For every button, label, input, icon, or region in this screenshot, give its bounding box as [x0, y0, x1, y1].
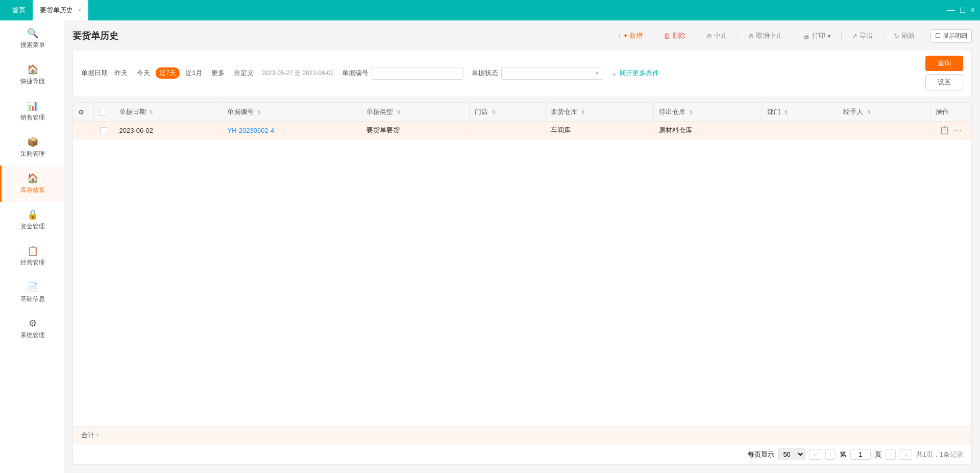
- date-btn-custom[interactable]: 自定义: [230, 67, 257, 79]
- status-select[interactable]: [502, 67, 603, 79]
- toolbar-sep-6: [883, 31, 884, 40]
- column-orderno-header[interactable]: 单据编号 ⇅: [222, 103, 361, 122]
- per-page-label: 每页显示: [748, 450, 774, 459]
- tab-close-icon[interactable]: ×: [78, 7, 81, 13]
- expand-icon: ⌄: [611, 69, 617, 77]
- maximize-button[interactable]: □: [960, 6, 965, 15]
- gear-icon: ⚙: [29, 318, 37, 329]
- sort-icon-pendingwarehouse: ⇅: [689, 109, 693, 115]
- sidebar-item-label: 销售管理: [20, 113, 45, 122]
- column-settings-header[interactable]: ⚙: [73, 103, 93, 122]
- stop-icon: ⊘: [706, 32, 712, 40]
- prev-page-button[interactable]: ‹: [825, 449, 836, 460]
- column-reqwarehouse-header[interactable]: 要货仓库 ⇅: [546, 103, 654, 122]
- page-label: 页: [875, 450, 881, 459]
- minimize-button[interactable]: —: [947, 6, 955, 15]
- order-no-link[interactable]: YH-20230602-4: [227, 127, 274, 134]
- data-table: ⚙ 单据日期 ⇅ 单据编号 ⇅: [73, 103, 971, 139]
- refresh-button[interactable]: ↻ 刷新: [889, 29, 920, 43]
- show-detail-button[interactable]: ☐ 显示明细: [930, 29, 972, 43]
- status-filter-group: 单据状态 ▾: [472, 67, 603, 80]
- sidebar-item-label: 搜索菜单: [20, 41, 45, 50]
- table-footer: 合计：: [73, 426, 971, 444]
- refresh-label: 刷新: [901, 31, 915, 40]
- row-edit-button[interactable]: 📋: [938, 126, 951, 135]
- last-page-button[interactable]: »: [900, 449, 912, 460]
- total-info: 共1页，1条记录: [916, 450, 963, 459]
- sidebar-item-quick-nav[interactable]: 🏠 快捷导航: [0, 57, 64, 93]
- date-btn-1month[interactable]: 近1月: [182, 67, 206, 79]
- date-btn-yesterday[interactable]: 昨天: [111, 67, 131, 79]
- lock-icon: 🔒: [27, 209, 38, 220]
- cancel-stop-button[interactable]: ⊘ 取消中止: [743, 29, 788, 43]
- sidebar-item-finance[interactable]: 🔒 资金管理: [0, 202, 64, 238]
- column-handler-header[interactable]: 经手人 ⇅: [838, 103, 930, 122]
- cancel-stop-icon: ⊘: [748, 32, 754, 40]
- export-button[interactable]: ↗ 导出: [847, 29, 878, 43]
- sidebar-item-system[interactable]: ⚙ 系统管理: [0, 311, 64, 347]
- first-page-button[interactable]: «: [809, 449, 821, 460]
- sort-icon-store: ⇅: [492, 109, 496, 115]
- sidebar-item-sales-mgmt[interactable]: 📊 销售管理: [0, 93, 64, 129]
- select-all-checkbox[interactable]: [99, 109, 106, 116]
- sidebar-item-basic-info[interactable]: 📄 基础信息: [0, 274, 64, 311]
- sidebar-item-operations[interactable]: 📋 经营管理: [0, 238, 64, 274]
- date-btn-today[interactable]: 今天: [133, 67, 154, 79]
- column-store-header[interactable]: 门店 ⇅: [470, 103, 546, 122]
- column-date-header[interactable]: 单据日期 ⇅: [114, 103, 222, 122]
- print-button[interactable]: 🖨 打印 ▾: [798, 29, 836, 43]
- column-orderno-label: 单据编号: [227, 108, 254, 115]
- tab-home[interactable]: 首页: [5, 0, 33, 20]
- total-label: 合计：: [81, 431, 101, 440]
- sidebar: 🔍 搜索菜单 🏠 快捷导航 📊 销售管理 📦 采购管理 🏠 库存核算 🔒 资金管…: [0, 20, 64, 473]
- sidebar-item-purchase-mgmt[interactable]: 📦 采购管理: [0, 129, 64, 165]
- row-handler-cell: [838, 122, 930, 139]
- row-store-cell: [470, 122, 546, 139]
- toolbar-sep-4: [793, 31, 793, 40]
- column-handler-label: 经手人: [843, 108, 863, 115]
- sidebar-item-inventory[interactable]: 🏠 库存核算: [0, 165, 64, 202]
- sort-icon-dept: ⇅: [784, 109, 788, 115]
- filter-row: 单据日期 昨天 今天 近7天 近1月 更多 自定义 2023-05-27 至 2…: [81, 56, 963, 90]
- order-no-input[interactable]: [372, 67, 463, 80]
- column-pendingwarehouse-label: 待出仓库: [659, 108, 685, 115]
- stop-button[interactable]: ⊘ 中止: [701, 29, 732, 43]
- column-dept-header[interactable]: 部门 ⇅: [762, 103, 838, 122]
- column-pendingwarehouse-header[interactable]: 待出仓库 ⇅: [654, 103, 762, 122]
- table-scroll-area: ⚙ 单据日期 ⇅ 单据编号 ⇅: [73, 103, 971, 426]
- date-btn-7days[interactable]: 近7天: [156, 67, 180, 79]
- order-no-label: 单据编号: [342, 68, 369, 78]
- table-body: 2023-06-02 YH-20230602-4 要货单要货 车间库 原材料仓库: [73, 122, 971, 139]
- home-icon: 🏠: [27, 64, 38, 75]
- tab-order-history[interactable]: 要货单历史 ×: [33, 0, 88, 20]
- clipboard-icon: 📋: [27, 245, 38, 256]
- column-date-label: 单据日期: [119, 108, 146, 115]
- delete-button[interactable]: 🗑 删除: [658, 29, 691, 43]
- date-btn-more[interactable]: 更多: [208, 67, 228, 79]
- column-ordertype-label: 单据类型: [366, 108, 393, 115]
- expand-button[interactable]: ⌄ 展开更多条件: [611, 68, 659, 78]
- row-checkbox[interactable]: [100, 127, 107, 134]
- row-dept-cell: [762, 122, 838, 139]
- column-ordertype-header[interactable]: 单据类型 ⇅: [361, 103, 470, 122]
- row-ordertype-cell: 要货单要货: [361, 122, 470, 139]
- column-dept-label: 部门: [767, 108, 780, 115]
- row-reqwarehouse-cell: 车间库: [546, 122, 654, 139]
- sort-icon-orderno: ⇅: [257, 109, 261, 115]
- sidebar-item-search-menu[interactable]: 🔍 搜索菜单: [0, 20, 64, 57]
- row-pendingwarehouse-cell: 原材料仓库: [654, 122, 762, 139]
- pagination-bar: 每页显示 10 20 50 100 « ‹ 第 页 › » 共1页，1条记录: [73, 444, 971, 464]
- per-page-select[interactable]: 10 20 50 100: [778, 448, 805, 460]
- page-prev-label: 第: [840, 450, 846, 459]
- next-page-button[interactable]: ›: [886, 449, 896, 460]
- export-label: 导出: [860, 31, 873, 40]
- row-more-button[interactable]: ⋯: [952, 126, 963, 135]
- window-close-button[interactable]: ×: [970, 6, 975, 15]
- refresh-icon: ↻: [894, 32, 899, 40]
- page-number-input[interactable]: [850, 449, 871, 460]
- setting-button[interactable]: 设置: [925, 74, 963, 90]
- date-range: 2023-05-27 至 2023-06-02: [261, 69, 333, 78]
- sidebar-item-label: 经营管理: [20, 258, 45, 267]
- query-button[interactable]: 查询: [925, 56, 963, 71]
- new-button[interactable]: + + 新增: [612, 29, 648, 43]
